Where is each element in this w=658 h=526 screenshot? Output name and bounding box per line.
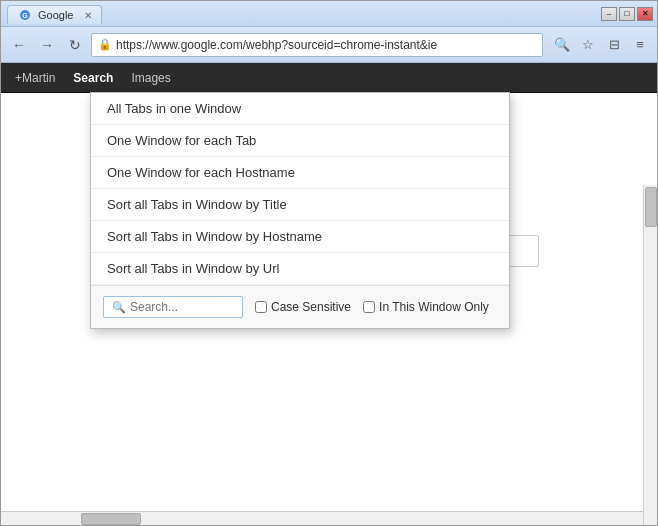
dropdown-item-all-tabs[interactable]: All Tabs in one Window	[91, 93, 509, 125]
dropdown-item-one-window-hostname[interactable]: One Window for each Hostname	[91, 157, 509, 189]
tab-close-button[interactable]: ✕	[81, 8, 95, 22]
svg-text:G: G	[22, 12, 28, 19]
vertical-scrollbar[interactable]	[643, 185, 657, 525]
maximize-button[interactable]: □	[619, 7, 635, 21]
menu-icon[interactable]: ≡	[629, 34, 651, 56]
bookmark-search[interactable]: Search	[67, 69, 119, 87]
close-button[interactable]: ✕	[637, 7, 653, 21]
security-lock-icon: 🔒	[98, 38, 112, 51]
scrollbar-h-thumb[interactable]	[81, 513, 141, 525]
bookmark-martin[interactable]: +Martin	[9, 69, 61, 87]
dropdown-search-icon: 🔍	[112, 301, 126, 314]
nav-icons: 🔍 ☆ ⊟ ≡	[551, 34, 651, 56]
star-icon[interactable]: ☆	[577, 34, 599, 56]
case-sensitive-label[interactable]: Case Sensitive	[255, 300, 351, 314]
in-window-label[interactable]: In This Window Only	[363, 300, 489, 314]
forward-button[interactable]: →	[35, 33, 59, 57]
dropdown-item-sort-hostname[interactable]: Sort all Tabs in Window by Hostname	[91, 221, 509, 253]
dropdown-item-one-window-tab[interactable]: One Window for each Tab	[91, 125, 509, 157]
search-glass-icon[interactable]: 🔍	[551, 34, 573, 56]
tab-favicon: G	[18, 8, 32, 22]
browser-window: G Google ✕ – □ ✕ ← → ↻ 🔒 https://www.goo…	[0, 0, 658, 526]
dropdown-search-row: 🔍 Case Sensitive In This Window Only	[91, 285, 509, 328]
title-bar: G Google ✕ – □ ✕	[1, 1, 657, 27]
dropdown-search-input[interactable]	[130, 300, 230, 314]
bookmark-bar: +Martin Search Images	[1, 63, 657, 93]
scrollbar-thumb[interactable]	[645, 187, 657, 227]
dropdown-item-sort-title[interactable]: Sort all Tabs in Window by Title	[91, 189, 509, 221]
dropdown-item-sort-url[interactable]: Sort all Tabs in Window by Url	[91, 253, 509, 285]
refresh-button[interactable]: ↻	[63, 33, 87, 57]
browser-tab[interactable]: G Google ✕	[7, 5, 102, 24]
navigation-bar: ← → ↻ 🔒 https://www.google.com/webhp?sou…	[1, 27, 657, 63]
window-controls: – □ ✕	[601, 7, 653, 21]
dropdown-menu: All Tabs in one Window One Window for ea…	[90, 92, 510, 329]
back-button[interactable]: ←	[7, 33, 31, 57]
bookmark-images[interactable]: Images	[125, 69, 176, 87]
home-icon[interactable]: ⊟	[603, 34, 625, 56]
address-text: https://www.google.com/webhp?sourceid=ch…	[116, 38, 536, 52]
case-sensitive-checkbox[interactable]	[255, 301, 267, 313]
case-sensitive-text: Case Sensitive	[271, 300, 351, 314]
in-window-text: In This Window Only	[379, 300, 489, 314]
minimize-button[interactable]: –	[601, 7, 617, 21]
horizontal-scrollbar[interactable]	[1, 511, 643, 525]
dropdown-search-field[interactable]: 🔍	[103, 296, 243, 318]
in-window-checkbox[interactable]	[363, 301, 375, 313]
tab-title: Google	[38, 9, 73, 21]
address-bar[interactable]: 🔒 https://www.google.com/webhp?sourceid=…	[91, 33, 543, 57]
